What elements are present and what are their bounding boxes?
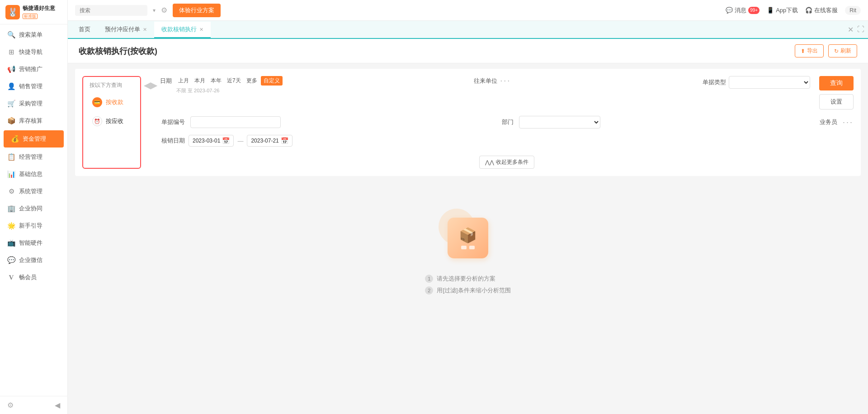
logo-text: 畅捷通好生意 标准版 [23,5,55,19]
message-btn[interactable]: 💬 消息 99+ [726,6,760,14]
shortcut-this-month[interactable]: 本月 [193,76,207,86]
tabs-bar: 首页 预付冲应付单 ✕ 收款核销执行 ✕ ✕ ⛶ [68,21,868,39]
filter-by-receipt[interactable]: 💳 按收款 [90,95,134,109]
filter-options-panel: 按以下方查询 💳 按收款 ⏰ 按应收 [82,76,141,169]
verify-date-label: 核销日期 [160,137,185,145]
date-label: 日期 [160,77,174,85]
building-icon: 🏢 [7,205,15,213]
tab-home[interactable]: 首页 [71,22,98,38]
clipboard-icon: 📋 [7,153,15,161]
filter-panel: 按以下方查询 💳 按收款 ⏰ 按应收 ◀▶ 日期 [75,69,861,176]
filter-by-receivable[interactable]: ⏰ 按应收 [90,114,134,128]
app-download-btn[interactable]: 📱 App下载 [767,6,798,14]
dept-select[interactable] [519,116,600,128]
topbar: ▾ ⚙ 体验行业方案 💬 消息 99+ 📱 App下载 🎧 在线客服 Rit [68,0,868,21]
page-title: 收款核销执行(按收款) [79,46,157,57]
user-tag[interactable]: Rit [845,6,861,15]
filter-row-1: 日期 上月 本月 本年 近7天 更多 自定义 不限 至 2023-07-26 [160,76,854,109]
phone-icon: 📱 [767,7,774,14]
shortcut-last-month[interactable]: 上月 [176,76,191,86]
page-header: 收款核销执行(按收款) ⬆ 导出 ↻ 刷新 [68,39,868,63]
shortcut-custom[interactable]: 自定义 [261,76,283,86]
staff-more-icon[interactable]: ··· [843,118,854,127]
dept-label: 部门 [500,118,514,126]
sidebar-item-operations[interactable]: 📋 经营管理 [0,148,67,166]
sidebar-item-inventory[interactable]: 📦 库存核算 [0,112,67,129]
topbar-chevron-icon[interactable]: ▾ [153,7,156,14]
sidebar-item-finance[interactable]: 💰 资金管理 [4,130,64,148]
sidebar-item-marketing[interactable]: 📢 营销推广 [0,61,67,78]
cart-icon: 🛒 [7,100,15,108]
sidebar-item-search-menu[interactable]: 🔍 搜索菜单 [0,26,67,43]
shortcut-7-days[interactable]: 近7天 [225,76,243,86]
settings-button[interactable]: 设置 [819,94,854,109]
tab-receipt-verify[interactable]: 收款核销执行 ✕ [154,22,211,38]
tab-prepay-conflict[interactable]: 预付冲应付单 ✕ [98,22,154,38]
megaphone-icon: 📢 [7,65,15,73]
docno-input[interactable] [190,116,281,128]
counterpart-more-icon[interactable]: ··· [500,76,511,86]
topbar-search-input[interactable] [75,5,147,16]
settings-bottom-icon[interactable]: ⚙ [7,401,14,409]
chart-icon: 📊 [7,170,15,178]
search-icon: 🔍 [7,31,15,39]
counterpart-label: 往来单位 [472,77,497,85]
page-content: 收款核销执行(按收款) ⬆ 导出 ↻ 刷新 按以下方查询 💳 按收款 [68,39,868,414]
calendar-end-icon: 📅 [281,137,288,144]
message-icon: 💬 [726,7,733,14]
sidebar: 🐰 畅捷通好生意 标准版 🔍 搜索菜单 ⊞ 快捷导航 📢 营销推广 👤 销售管理… [0,0,68,414]
sidebar-item-member[interactable]: V 畅会员 [0,269,67,286]
sidebar-item-smart-hw[interactable]: 📺 智能硬件 [0,234,67,252]
collapse-more-container: ⋀⋀ 收起更多条件 [160,152,854,169]
vip-icon: V [7,274,15,281]
staff-label: 业务员 [819,118,837,126]
sidebar-item-sales[interactable]: 👤 销售管理 [0,78,67,95]
tabs-actions: ✕ ⛶ [848,25,864,34]
doctype-select[interactable] [729,76,810,89]
sidebar-item-quick-nav[interactable]: ⊞ 快捷导航 [0,43,67,61]
calendar-start-icon: 📅 [222,137,230,144]
online-service-btn[interactable]: 🎧 在线客服 [805,6,838,14]
tab-close-window-icon[interactable]: ✕ [848,25,854,34]
sidebar-item-guide[interactable]: 🌟 新手引导 [0,217,67,234]
collapse-more-button[interactable]: ⋀⋀ 收起更多条件 [479,156,534,169]
date-field: 日期 上月 本月 本年 近7天 更多 自定义 不限 至 2023-07-26 [160,76,283,94]
verify-date-end[interactable]: 2023-07-21 📅 [247,135,292,147]
sidebar-item-enterprise[interactable]: 🏢 企业协同 [0,200,67,217]
logo-area: 🐰 畅捷通好生意 标准版 [0,0,67,24]
doctype-field: 单据类型 [701,76,810,89]
shortcut-more[interactable]: 更多 [245,76,259,86]
sidebar-item-wechat[interactable]: 💬 企业微信 [0,252,67,269]
verify-date-start[interactable]: 2023-03-01 📅 [189,135,234,147]
collapse-sidebar-icon[interactable]: ◀ [55,401,60,409]
wechat-icon: 💬 [7,256,15,264]
monitor-icon: 📺 [7,239,15,247]
date-hint: 不限 至 2023-07-26 [160,87,283,94]
topbar-gear-icon[interactable]: ⚙ [161,6,167,14]
sidebar-item-system[interactable]: ⚙ 系统管理 [0,183,67,200]
empty-illustration: 📦 [439,209,497,267]
tab-prepay-conflict-close[interactable]: ✕ [143,27,147,33]
tab-fullscreen-icon[interactable]: ⛶ [857,25,864,33]
filter-row-3: 核销日期 2023-03-01 📅 — 2023-07-21 📅 [160,135,854,147]
refresh-button[interactable]: ↻ 刷新 [828,44,857,57]
receipt-icon: 💳 [92,97,102,107]
industry-solution-button[interactable]: 体验行业方案 [173,4,221,17]
logo-icon: 🐰 [5,5,20,19]
sidebar-item-purchase[interactable]: 🛒 采购管理 [0,95,67,112]
shortcut-this-year[interactable]: 本年 [209,76,223,86]
filter-section-title: 按以下方查询 [90,81,134,89]
chevron-up-icon: ⋀⋀ [485,159,494,166]
query-buttons: 查询 设置 [819,76,854,109]
empty-hints: 1 请先选择要分析的方案 2 用[过滤]条件来缩小分析范围 [425,275,510,295]
export-button[interactable]: ⬆ 导出 [795,44,824,57]
user-icon: 👤 [7,82,15,90]
main-area: ▾ ⚙ 体验行业方案 💬 消息 99+ 📱 App下载 🎧 在线客服 Rit 首… [68,0,868,414]
sidebar-item-basic-info[interactable]: 📊 基础信息 [0,166,67,183]
docno-label: 单据编号 [160,118,185,126]
tab-receipt-verify-close[interactable]: ✕ [199,27,203,33]
query-button[interactable]: 查询 [819,76,854,90]
filter-collapse-icon[interactable]: ◀▶ [141,76,160,94]
topbar-right-actions: 💬 消息 99+ 📱 App下载 🎧 在线客服 Rit [726,6,861,15]
empty-hint-1: 1 请先选择要分析的方案 [425,275,510,283]
